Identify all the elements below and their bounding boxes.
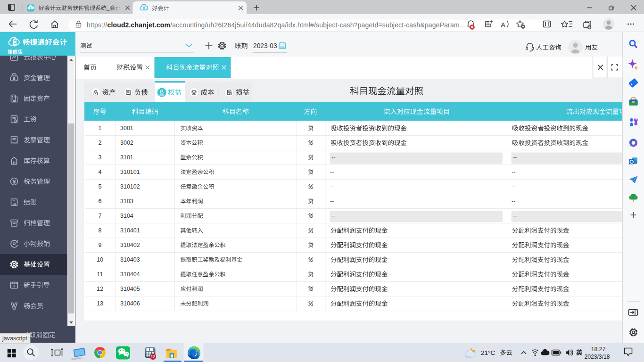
svg-text:310402: 310402: [120, 242, 140, 248]
svg-text:--: --: [330, 183, 334, 190]
svg-text:1: 1: [99, 125, 102, 132]
svg-text:310404: 310404: [120, 271, 140, 278]
svg-text:11: 11: [97, 271, 103, 278]
svg-text:--: --: [330, 198, 334, 205]
svg-text:--: --: [512, 198, 515, 205]
svg-text:--: --: [331, 154, 335, 161]
svg-text:7: 7: [99, 213, 102, 219]
svg-text:--: --: [512, 183, 515, 190]
svg-text:3001: 3001: [120, 125, 133, 132]
svg-text:8: 8: [99, 227, 102, 234]
svg-text:310403: 310403: [120, 256, 140, 263]
svg-text:3104: 3104: [120, 213, 133, 219]
svg-text:18:27: 18:27: [591, 346, 606, 353]
svg-text:2: 2: [99, 140, 102, 146]
svg-text:310405: 310405: [120, 286, 140, 292]
svg-text:3103: 3103: [120, 198, 133, 205]
svg-text:javascript:: javascript:: [2, 335, 29, 342]
svg-text:3002: 3002: [120, 140, 133, 146]
svg-text:12: 12: [97, 286, 103, 292]
svg-text:21°C: 21°C: [481, 349, 495, 356]
svg-text:310401: 310401: [120, 227, 140, 234]
svg-text:9: 9: [99, 242, 102, 248]
svg-text:13: 13: [97, 300, 103, 307]
svg-text:3: 3: [99, 154, 102, 161]
svg-text:310102: 310102: [120, 183, 140, 190]
svg-text:310406: 310406: [120, 300, 140, 307]
svg-text:--: --: [331, 213, 335, 219]
svg-text:2023-03: 2023-03: [253, 42, 277, 49]
svg-text:3101: 3101: [120, 154, 133, 161]
svg-text:--: --: [512, 169, 515, 175]
svg-text:10: 10: [97, 256, 103, 263]
svg-text:--: --: [330, 169, 334, 175]
svg-text:2023/3/18: 2023/3/18: [584, 354, 610, 360]
svg-text:12: 12: [151, 354, 156, 359]
svg-text:5: 5: [99, 183, 102, 190]
svg-text:6: 6: [99, 198, 102, 205]
svg-text:4: 4: [99, 169, 102, 175]
svg-text:A: A: [501, 21, 505, 29]
svg-text:--: --: [513, 154, 517, 161]
svg-text:310101: 310101: [120, 169, 140, 175]
svg-text:https://cloud2.chanjet.com/acc: https://cloud2.chanjet.com/accounting/uh…: [87, 21, 466, 29]
svg-text:--: --: [513, 213, 517, 219]
